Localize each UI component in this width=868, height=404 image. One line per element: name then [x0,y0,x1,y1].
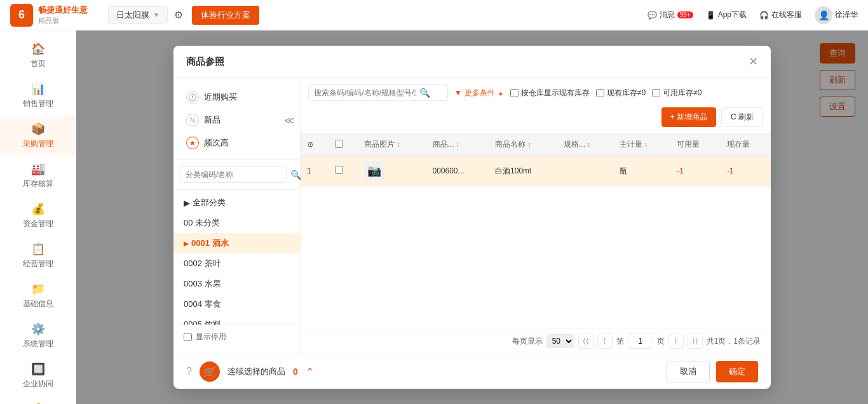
sidebar-label-home: 首页 [31,58,46,69]
sidebar-item-operations[interactable]: 📋 经营管理 [0,236,76,276]
table-header-row: ⚙ 商品图片 ↕ 商品... ↕ [301,134,771,156]
show-disabled-label: 显示停用 [196,332,226,342]
message-label: 消息 [660,10,675,20]
sidebar-item-guide[interactable]: 🔔 新手引导 [0,396,76,404]
app-download-button[interactable]: 📱 App下载 [706,10,747,20]
brand-sub: 精品版 [38,16,90,25]
product-search-icon[interactable]: 🔍 [419,88,430,98]
more-filter-button[interactable]: ▼ 更多条件 ▲ [454,88,504,98]
prev-page-button[interactable]: ⟨ [597,333,613,349]
frequent-products[interactable]: ★ 频次高 [176,131,284,154]
filter-icon: ▼ [454,88,462,97]
cat-label-0004: 0004 零食 [184,299,221,310]
per-page-select[interactable]: 50 [546,334,574,348]
message-icon: 💬 [648,11,657,20]
sidebar-label-finance: 资金管理 [23,219,53,229]
cart-button[interactable]: 🛒 [200,361,220,382]
th-stock: 现存量 [721,134,771,156]
td-stock: -1 [721,156,771,187]
footer-actions: 取消 确定 [667,361,758,382]
freq-label: 频次高 [204,137,229,149]
cat-code-00: 00 未分类 [184,217,220,229]
checkbox-current-stock[interactable]: 现有库存≠0 [596,88,646,98]
main-layout: 🏠 首页 📊 销售管理 📦 采购管理 🏭 库存核算 💰 资金管理 📋 经营管理 … [0,30,868,404]
category-all[interactable]: ▶ 全部分类 [173,192,300,213]
category-00[interactable]: 00 未分类 [173,213,300,233]
th-image-label: 商品图片 [364,140,395,149]
row-checkbox[interactable] [335,166,343,174]
th-code: 商品... ↕ [426,134,489,156]
category-search-input[interactable] [180,166,287,183]
page-number-input[interactable] [628,333,653,349]
sort-image-icon: ↕ [397,141,400,148]
purchase-icon: 📦 [31,122,45,136]
confirm-button[interactable]: 确定 [716,361,758,382]
sidebar-item-finance[interactable]: 💰 资金管理 [0,196,76,236]
avatar: 👤 [815,6,832,24]
toolbar-right: + 新增商品 C 刷新 [661,107,763,127]
category-0005[interactable]: 0005 饮料 [173,314,300,325]
last-page-button[interactable]: ⟩⟩ [688,333,703,349]
category-search-icon[interactable]: 🔍 [290,170,301,180]
finance-icon: 💰 [31,202,45,216]
product-table: ⚙ 商品图片 ↕ 商品... ↕ [301,134,771,187]
category-search-row: 🔍 [173,163,300,187]
category-0003[interactable]: 0003 水果 [173,274,300,294]
category-0001[interactable]: ▶ 0001 酒水 [173,233,300,253]
cancel-button[interactable]: 取消 [667,361,710,382]
select-all-checkbox[interactable] [335,140,343,148]
first-page-button[interactable]: ⟨⟨ [578,333,593,349]
help-icon[interactable]: ? [186,366,192,377]
recent-label: 近期购买 [204,91,237,103]
expand-arrow-icon: ▶ [184,198,190,208]
sidebar: 🏠 首页 📊 销售管理 📦 采购管理 🏭 库存核算 💰 资金管理 📋 经营管理 … [0,30,76,404]
td-name: 白酒100ml [489,156,557,187]
cart-collapse-icon[interactable]: ⌃ [306,366,314,378]
next-page-button[interactable]: ⟩ [668,333,684,349]
current-stock-checkbox[interactable] [596,89,604,97]
topbar: 6 畅捷通好生意 精品版 日太阳膜 ▼ ⚙ 体验行业方案 💬 消息 99+ 📱 … [0,0,868,30]
table-row[interactable]: 1 📷 000600... 白酒100ml 瓶 [301,156,771,187]
by-warehouse-checkbox[interactable] [510,89,519,97]
page-word2: 页 [657,336,665,347]
available-stock-checkbox[interactable] [652,89,660,97]
sidebar-item-purchase[interactable]: 📦 采购管理 [0,116,76,156]
sidebar-item-sales[interactable]: 📊 销售管理 [0,76,76,116]
divider [173,159,300,160]
messages-button[interactable]: 💬 消息 99+ [648,10,693,20]
sidebar-item-system[interactable]: ⚙️ 系统管理 [0,316,76,356]
category-0004[interactable]: 0004 零食 [173,294,300,314]
chevron-down-icon: ▼ [153,11,159,18]
store-selector[interactable]: 日太阳膜 ▼ [108,6,168,24]
product-search-input[interactable] [314,88,416,97]
refresh-table-button[interactable]: C 刷新 [721,107,763,127]
th-unit-label: 主计量 [620,140,642,149]
cart-label: 连续选择的商品 [227,366,285,377]
gear-icon[interactable]: ⚙ [174,9,183,21]
topbar-right: 💬 消息 99+ 📱 App下载 🎧 在线客服 👤 徐泽华 [648,6,858,24]
sidebar-item-home[interactable]: 🏠 首页 [0,36,76,76]
sidebar-item-inventory[interactable]: 🏭 库存核算 [0,156,76,196]
table-settings-icon[interactable]: ⚙ [307,140,314,149]
checkbox-by-warehouse[interactable]: 按仓库显示现有库存 [510,88,590,98]
close-icon[interactable]: ✕ [749,55,758,69]
new-products[interactable]: N 新品 [176,109,284,131]
trial-button[interactable]: 体验行业方案 [192,6,259,25]
sidebar-label-operations: 经营管理 [23,259,53,269]
sort-spec-icon: ↕ [587,141,590,148]
th-image: 商品图片 ↕ [358,134,426,156]
category-0002[interactable]: 0002 茶叶 [173,253,300,274]
checkbox-available-stock[interactable]: 可用库存≠0 [652,88,702,98]
recent-purchases[interactable]: 🕐 近期购买 [176,86,284,109]
collapse-button[interactable]: ≪ [284,114,295,126]
add-product-button[interactable]: + 新增商品 [661,107,716,127]
sidebar-item-enterprise[interactable]: 🔲 企业协同 [0,356,76,396]
product-table-container: ⚙ 商品图片 ↕ 商品... ↕ [301,134,771,328]
th-name: 商品名称 ↕ [489,134,557,156]
current-stock-label: 现有库存≠0 [607,88,646,98]
sidebar-label-sales: 销售管理 [23,98,53,109]
service-button[interactable]: 🎧 在线客服 [759,10,802,20]
show-disabled-checkbox[interactable] [184,333,192,341]
sidebar-item-basic-info[interactable]: 📁 基础信息 [0,276,76,316]
user-profile[interactable]: 👤 徐泽华 [815,6,858,24]
